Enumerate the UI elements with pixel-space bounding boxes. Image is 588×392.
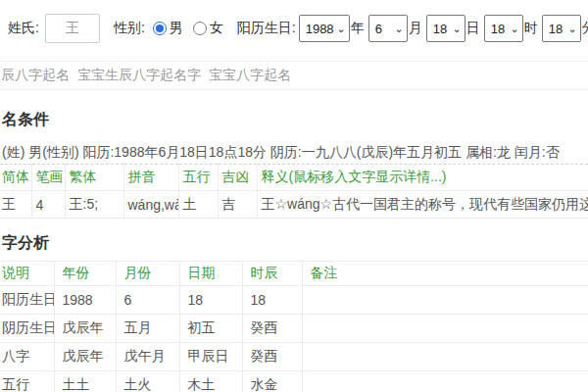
month-select[interactable]: 6 ⌄ <box>368 15 408 42</box>
col-date: 日期 <box>179 262 242 286</box>
minute-select-group: 18 ⌄ 分 <box>542 15 588 42</box>
cell-hour: 癸酉 <box>242 343 302 371</box>
col-luck: 吉凶 <box>218 165 257 191</box>
col-traditional: 繁体 <box>65 165 123 191</box>
link-baby-bazi-naming[interactable]: 宝宝八字起名 <box>209 67 291 84</box>
col-description: 说明 <box>0 262 54 286</box>
day-unit-label: 日 <box>466 20 480 37</box>
table-row-lunar-birthday: 阴历生日 戊辰年 五月 初五 癸酉 <box>0 315 588 343</box>
cell-hour: 癸酉 <box>242 315 302 343</box>
cell-year: 土土 <box>54 371 116 392</box>
cell-luck: 吉 <box>218 191 257 219</box>
bazi-analysis-table: 说明 年份 月份 日期 时辰 备注 阳历生日 1988 6 18 18 阴历生日… <box>0 261 588 392</box>
cell-traditional: 王:5; <box>65 191 123 219</box>
minute-select-value: 18 <box>549 22 563 36</box>
cell-pinyin: wáng,wàn <box>123 191 178 219</box>
cell-month: 6 <box>116 286 179 315</box>
year-select-group: 1988 ⌄ 年 <box>299 15 366 42</box>
day-select[interactable]: 18 ⌄ <box>426 15 466 42</box>
year-unit-label: 年 <box>351 20 365 37</box>
conditions-heading: 名条件 <box>2 110 49 130</box>
cell-strokes: 4 <box>31 191 65 219</box>
row-label: 阴历生日 <box>0 315 54 343</box>
cell-month: 戊午月 <box>116 343 179 371</box>
chevron-down-icon: ⌄ <box>394 24 403 34</box>
table-row-wuxing: 五行 土土 土火 木土 水金 <box>0 371 588 392</box>
table-row-solar-birthday: 阳历生日 1988 6 18 18 <box>0 286 588 315</box>
cell-wuxing: 土 <box>178 191 218 219</box>
cell-date: 甲辰日 <box>179 343 242 371</box>
character-info-table: 简体 笔画 繁体 拼音 五行 吉凶 释义(鼠标移入文字显示详情...) 王 4 … <box>0 164 588 219</box>
hour-select-group: 18 ⌄ 时 <box>484 15 539 42</box>
col-note: 备注 <box>302 262 588 286</box>
chevron-down-icon: ⌄ <box>567 24 576 34</box>
month-select-value: 6 <box>375 22 382 36</box>
cell-simplified: 王 <box>0 191 31 219</box>
cell-note <box>302 343 588 371</box>
cell-year: 戊辰年 <box>54 343 116 371</box>
bazi-heading: 字分析 <box>2 233 49 254</box>
gender-label: 性别: <box>114 20 145 37</box>
row-label: 五行 <box>0 371 54 392</box>
radio-male-icon[interactable] <box>153 22 167 35</box>
year-select[interactable]: 1988 ⌄ <box>299 15 350 42</box>
minute-select[interactable]: 18 ⌄ <box>542 15 581 42</box>
month-select-group: 6 ⌄ 月 <box>368 15 423 42</box>
cell-hour: 水金 <box>242 371 302 392</box>
row-label: 八字 <box>0 343 54 371</box>
cell-note <box>302 315 588 343</box>
cell-hour: 18 <box>242 286 302 315</box>
chevron-down-icon: ⌄ <box>510 24 518 34</box>
cell-month: 五月 <box>116 315 179 343</box>
chevron-down-icon: ⌄ <box>336 24 345 34</box>
surname-label: 姓氏: <box>8 20 39 37</box>
hour-unit-label: 时 <box>524 20 538 37</box>
table-header-row: 简体 笔画 繁体 拼音 五行 吉凶 释义(鼠标移入文字显示详情...) <box>0 165 588 191</box>
cell-year: 1988 <box>54 286 116 315</box>
col-simplified: 简体 <box>0 165 31 191</box>
col-wuxing: 五行 <box>178 165 218 191</box>
col-year: 年份 <box>54 262 116 286</box>
cell-month: 土火 <box>116 371 179 392</box>
cell-date: 初五 <box>179 315 242 343</box>
naming-tool-page: 姓氏: 性别: 男 女 阳历生日: 1988 ⌄ 年 6 ⌄ <box>0 0 588 392</box>
birthday-label: 阳历生日: <box>237 20 296 37</box>
col-hour: 时辰 <box>242 262 302 286</box>
chevron-down-icon: ⌄ <box>452 24 461 34</box>
gender-option-female[interactable]: 女 <box>193 20 223 37</box>
table-row: 王 4 王:5; wáng,wàn 土 吉 王☆wáng☆古代一国君主的称号，现… <box>0 191 588 219</box>
hour-select[interactable]: 18 ⌄ <box>484 15 523 42</box>
year-select-value: 1988 <box>306 22 334 36</box>
cell-year: 戊辰年 <box>54 315 116 343</box>
hour-select-value: 18 <box>491 22 505 36</box>
cell-meaning[interactable]: 王☆wáng☆古代一国君主的称号，现代有些国家仍用这 <box>257 191 588 219</box>
link-bazi-naming[interactable]: 辰八字起名 <box>1 67 70 84</box>
radio-female-icon[interactable] <box>193 22 207 35</box>
minute-unit-label: 分 <box>582 20 588 37</box>
cell-note <box>302 286 588 315</box>
table-row-bazi: 八字 戊辰年 戊午月 甲辰日 癸酉 <box>0 343 588 371</box>
gender-option-male[interactable]: 男 <box>153 20 183 37</box>
gender-male-label: 男 <box>170 20 183 37</box>
cell-date: 18 <box>179 286 242 315</box>
surname-input[interactable] <box>45 14 100 43</box>
link-baby-birth-bazi-name[interactable]: 宝宝生辰八字起名字 <box>77 67 201 84</box>
month-unit-label: 月 <box>409 20 422 37</box>
cell-note <box>302 371 588 392</box>
gender-female-label: 女 <box>210 20 223 37</box>
day-select-group: 18 ⌄ 日 <box>426 15 481 42</box>
day-select-value: 18 <box>433 22 447 36</box>
gender-radio-group: 男 女 <box>153 20 233 37</box>
col-strokes: 笔画 <box>31 165 65 191</box>
naming-form-bar: 姓氏: 性别: 男 女 阳历生日: 1988 ⌄ 年 6 ⌄ <box>0 0 588 57</box>
related-links-row: 辰八字起名 宝宝生辰八字起名字 宝宝八字起名 <box>0 61 588 90</box>
row-label: 阳历生日 <box>0 286 54 315</box>
col-pinyin: 拼音 <box>123 165 178 191</box>
table-header-row: 说明 年份 月份 日期 时辰 备注 <box>0 262 588 286</box>
col-month: 月份 <box>116 262 179 286</box>
col-meaning: 释义(鼠标移入文字显示详情...) <box>257 165 588 191</box>
birth-info-summary: (姓) 男(性别) 阳历:1988年6月18日18点18分 阴历:一九八八(戊辰… <box>2 144 560 162</box>
cell-date: 木土 <box>179 371 242 392</box>
